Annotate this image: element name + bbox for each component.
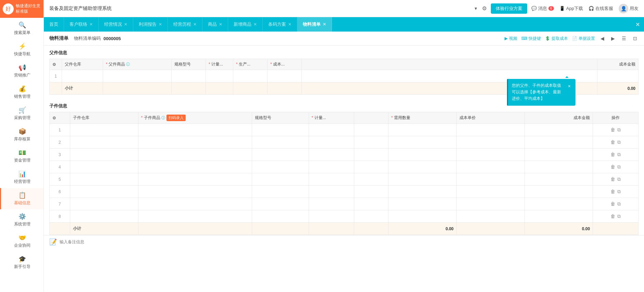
child-row-4-goods[interactable] bbox=[138, 161, 252, 173]
child-row-8-unit-cost[interactable] bbox=[456, 210, 524, 223]
tab-close-4[interactable]: ✕ bbox=[193, 22, 197, 27]
parent-goods-info-icon[interactable]: ⓘ bbox=[126, 62, 130, 66]
message-button[interactable]: 💬 消息 6 bbox=[531, 5, 554, 12]
child-row-8-needed[interactable] bbox=[388, 210, 456, 223]
child-row-5-needed[interactable] bbox=[388, 173, 456, 186]
delete-row-2-icon[interactable]: 🗑 bbox=[610, 139, 615, 145]
scan-badge[interactable]: 扫码录入 bbox=[166, 115, 186, 121]
sidebar-item-新手引导[interactable]: 🎓 新手引导 bbox=[0, 252, 44, 273]
child-row-2-unit[interactable] bbox=[309, 136, 354, 149]
copy-row-5-icon[interactable]: ⧉ bbox=[617, 176, 621, 182]
parent-row-1-spec[interactable] bbox=[172, 70, 206, 82]
nav-tab-条码方案[interactable]: 条码方案 ✕ bbox=[263, 17, 297, 32]
sidebar-item-搜索菜单[interactable]: 🔍 搜索菜单 bbox=[0, 18, 44, 39]
child-row-2-spec[interactable] bbox=[252, 136, 309, 149]
child-row-5-unit[interactable] bbox=[309, 173, 354, 186]
child-row-5-goods[interactable] bbox=[138, 173, 252, 186]
experience-button[interactable]: 体验行业方案 bbox=[491, 3, 527, 14]
shortcut-button[interactable]: ⌨ 快捷键 bbox=[521, 36, 541, 42]
sidebar-item-系统管理[interactable]: ⚙️ 系统管理 bbox=[0, 209, 44, 231]
sidebar-item-经营管理[interactable]: 📊 经营管理 bbox=[0, 167, 44, 188]
tab-close-3[interactable]: ✕ bbox=[159, 22, 162, 27]
child-row-5-spec[interactable] bbox=[252, 173, 309, 186]
child-row-3-unit[interactable] bbox=[309, 149, 354, 161]
tab-close-6[interactable]: ✕ bbox=[253, 22, 257, 27]
child-row-2-needed[interactable] bbox=[388, 136, 456, 149]
nav-tab-新增商品[interactable]: 新增商品 ✕ bbox=[228, 17, 263, 32]
child-row-6-warehouse[interactable] bbox=[70, 186, 138, 198]
copy-row-8-icon[interactable]: ⧉ bbox=[617, 213, 621, 219]
child-row-6-unit-cost[interactable] bbox=[456, 186, 524, 198]
parent-row-1-goods[interactable] bbox=[103, 70, 172, 82]
child-row-3-unit-cost[interactable] bbox=[456, 149, 524, 161]
delete-row-3-icon[interactable]: 🗑 bbox=[610, 152, 615, 157]
copy-row-1-icon[interactable]: ⧉ bbox=[617, 127, 621, 133]
tab-close-2[interactable]: ✕ bbox=[124, 22, 127, 27]
tab-close-1[interactable]: ✕ bbox=[89, 22, 93, 27]
settings-icon[interactable]: ⚙ bbox=[482, 5, 487, 12]
delete-row-1-icon[interactable]: 🗑 bbox=[610, 127, 615, 133]
expand-icon[interactable]: ⊡ bbox=[632, 35, 639, 42]
copy-row-4-icon[interactable]: ⧉ bbox=[617, 164, 621, 170]
delete-row-5-icon[interactable]: 🗑 bbox=[610, 176, 615, 182]
child-row-7-goods[interactable] bbox=[138, 198, 252, 210]
user-button[interactable]: 👤 用友 bbox=[619, 4, 639, 13]
child-row-1-needed[interactable] bbox=[388, 124, 456, 136]
delete-row-8-icon[interactable]: 🗑 bbox=[610, 213, 615, 219]
child-goods-info-icon[interactable]: ⓘ bbox=[161, 116, 165, 120]
child-row-1-unit[interactable] bbox=[309, 124, 354, 136]
sidebar-item-销售管理[interactable]: 💰 销售管理 bbox=[0, 82, 44, 103]
child-row-1-warehouse[interactable] bbox=[70, 124, 138, 136]
nav-tab-客户联络[interactable]: 客户联络 ✕ bbox=[64, 17, 99, 32]
tab-close-7[interactable]: ✕ bbox=[288, 22, 292, 27]
nav-tab-经营历程[interactable]: 经营历程 ✕ bbox=[168, 17, 202, 32]
note-input[interactable] bbox=[60, 240, 639, 244]
child-row-3-needed[interactable] bbox=[388, 149, 456, 161]
child-row-8-spec[interactable] bbox=[252, 210, 309, 223]
child-row-2-warehouse[interactable] bbox=[70, 136, 138, 149]
child-row-8-unit[interactable] bbox=[309, 210, 354, 223]
child-row-1-unit-cost[interactable] bbox=[456, 124, 524, 136]
child-row-3-warehouse[interactable] bbox=[70, 149, 138, 161]
delete-row-4-icon[interactable]: 🗑 bbox=[610, 164, 615, 170]
child-row-2-goods[interactable] bbox=[138, 136, 252, 149]
child-row-8-warehouse[interactable] bbox=[70, 210, 138, 223]
child-row-8-goods[interactable] bbox=[138, 210, 252, 223]
sidebar-item-采购管理[interactable]: 🛒 采购管理 bbox=[0, 103, 44, 124]
child-row-6-spec[interactable] bbox=[252, 186, 309, 198]
nav-tab-经营情况[interactable]: 经营情况 ✕ bbox=[99, 17, 133, 32]
child-row-4-warehouse[interactable] bbox=[70, 161, 138, 173]
settings-button[interactable]: 📄 单据设置 bbox=[572, 36, 595, 42]
nav-tab-利润报告[interactable]: 利润报告 ✕ bbox=[133, 17, 168, 32]
child-row-2-unit-cost[interactable] bbox=[456, 136, 524, 149]
copy-row-6-icon[interactable]: ⧉ bbox=[617, 189, 621, 195]
sidebar-item-营销推广[interactable]: 📢 营销推广 bbox=[0, 60, 44, 82]
child-row-7-warehouse[interactable] bbox=[70, 198, 138, 210]
parent-row-1-unit[interactable] bbox=[206, 70, 233, 82]
copy-row-3-icon[interactable]: ⧉ bbox=[617, 152, 621, 157]
child-row-7-unit[interactable] bbox=[309, 198, 354, 210]
child-row-4-needed[interactable] bbox=[388, 161, 456, 173]
child-row-7-spec[interactable] bbox=[252, 198, 309, 210]
child-row-7-needed[interactable] bbox=[388, 198, 456, 210]
child-row-6-needed[interactable] bbox=[388, 186, 456, 198]
parent-row-1-cost[interactable] bbox=[268, 70, 302, 82]
child-row-3-spec[interactable] bbox=[252, 149, 309, 161]
child-row-3-goods[interactable] bbox=[138, 149, 252, 161]
child-row-1-spec[interactable] bbox=[252, 124, 309, 136]
copy-row-2-icon[interactable]: ⧉ bbox=[617, 139, 621, 145]
nav-tab-物料清单[interactable]: 物料清单 ✕ bbox=[297, 17, 332, 32]
parent-row-1-warehouse[interactable] bbox=[62, 70, 103, 82]
child-row-4-unit[interactable] bbox=[309, 161, 354, 173]
close-tab-icon[interactable]: ✕ bbox=[634, 20, 641, 29]
sidebar-item-基础信息[interactable]: 📋 基础信息 bbox=[0, 188, 44, 209]
tab-close-8[interactable]: ✕ bbox=[323, 22, 326, 27]
next-page-icon[interactable]: ▶ bbox=[610, 35, 616, 42]
parent-row-1-produce[interactable] bbox=[233, 70, 268, 82]
list-view-icon[interactable]: ☰ bbox=[620, 35, 628, 42]
sidebar-item-库存核算[interactable]: 📦 库存核算 bbox=[0, 124, 44, 145]
prev-page-icon[interactable]: ◀ bbox=[599, 35, 606, 42]
child-row-6-unit[interactable] bbox=[309, 186, 354, 198]
tab-close-5[interactable]: ✕ bbox=[219, 22, 222, 27]
child-row-1-goods[interactable] bbox=[138, 124, 252, 136]
